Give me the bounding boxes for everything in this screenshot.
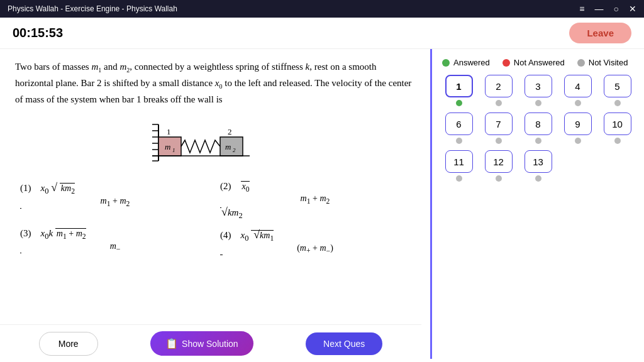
svg-text:2: 2 <box>233 147 236 153</box>
question-btn-8[interactable]: 8 <box>521 112 555 144</box>
option-3-num: (3) <box>20 228 31 238</box>
svg-text:1: 1 <box>172 147 175 153</box>
question-btn-9[interactable]: 9 <box>561 112 594 144</box>
q-num-2[interactable]: 2 <box>485 75 513 97</box>
option-3[interactable]: (3) x0k m1 + m2 m− <box>15 226 215 268</box>
q-num-8[interactable]: 8 <box>525 112 552 135</box>
bottom-bar: More 📋 Show Solution Next Ques <box>0 324 421 362</box>
svg-text:2: 2 <box>228 127 232 136</box>
svg-rect-11 <box>220 137 243 156</box>
q-dot-5 <box>614 100 621 106</box>
q-num-4[interactable]: 4 <box>564 75 592 97</box>
titlebar: Physics Wallah - Exercise Engine - Physi… <box>0 0 644 18</box>
question-grid: 1 2 3 4 5 <box>442 75 634 182</box>
option-4-num: (4) <box>220 230 231 240</box>
options-row-2: (3) x0k m1 + m2 m− (4) x0 √km1 (m+ + m−) <box>15 226 415 268</box>
q-dot-10 <box>614 138 621 144</box>
question-text: Two bars of masses m1 and m2, connected … <box>15 59 415 107</box>
q-dot-8 <box>535 138 541 144</box>
option-2[interactable]: (2) x0 m1 + m2 √km2 <box>215 178 415 223</box>
solution-icon: 📋 <box>165 337 178 349</box>
q-num-13[interactable]: 13 <box>525 150 552 173</box>
menu-icon[interactable]: ≡ <box>579 4 584 14</box>
close-icon[interactable]: ✕ <box>629 4 636 14</box>
q-dot-3 <box>535 100 541 106</box>
minimize-icon[interactable]: — <box>595 4 604 14</box>
window-controls[interactable]: ≡ — ○ ✕ <box>579 4 636 14</box>
spring-diagram: m 1 m 2 1 2 <box>146 118 284 168</box>
show-solution-label: Show Solution <box>182 339 238 349</box>
leave-button[interactable]: Leave <box>569 23 631 43</box>
legend-not-visited: Not Visited <box>577 58 628 67</box>
diagram: m 1 m 2 1 2 <box>15 118 415 168</box>
options-area: (1) x0 √ km2 m1 + m2 (2) x0 m1 + m2 <box>15 178 415 270</box>
question-btn-10[interactable]: 10 <box>601 112 634 144</box>
sidebar: Answered Not Answered Not Visited 1 2 <box>430 49 644 359</box>
timer-display: 00:15:53 <box>13 26 63 40</box>
question-btn-6[interactable]: 6 <box>442 112 475 144</box>
q-num-3[interactable]: 3 <box>525 75 552 97</box>
legend-not-answered: Not Answered <box>502 58 565 67</box>
option-2-num: (2) <box>220 181 231 191</box>
option-4[interactable]: (4) x0 √km1 (m+ + m−) <box>215 226 415 268</box>
not-visited-label: Not Visited <box>589 58 628 67</box>
not-answered-label: Not Answered <box>514 58 565 67</box>
q-num-5[interactable]: 5 <box>604 75 631 97</box>
q-num-9[interactable]: 9 <box>564 112 592 135</box>
question-area: Two bars of masses m1 and m2, connected … <box>0 49 430 359</box>
q-num-6[interactable]: 6 <box>445 112 473 135</box>
question-btn-5[interactable]: 5 <box>601 75 634 106</box>
app-title: Physics Wallah - Exercise Engine - Physi… <box>8 4 177 13</box>
not-answered-dot <box>502 59 510 67</box>
q-num-1[interactable]: 1 <box>445 75 473 97</box>
main-layout: Two bars of masses m1 and m2, connected … <box>0 49 644 359</box>
question-btn-7[interactable]: 7 <box>482 112 515 144</box>
option-1[interactable]: (1) x0 √ km2 m1 + m2 <box>15 178 215 223</box>
question-btn-12[interactable]: 12 <box>482 150 515 182</box>
svg-text:m: m <box>225 142 231 151</box>
restore-icon[interactable]: ○ <box>614 4 619 14</box>
q-num-10[interactable]: 10 <box>604 112 631 135</box>
q-num-12[interactable]: 12 <box>485 150 513 173</box>
question-btn-2[interactable]: 2 <box>482 75 515 106</box>
q-dot-12 <box>496 175 502 182</box>
q-dot-4 <box>575 100 581 106</box>
answered-label: Answered <box>453 58 490 67</box>
not-visited-dot <box>577 59 585 67</box>
q-dot-13 <box>535 175 541 182</box>
question-btn-13[interactable]: 13 <box>521 150 555 182</box>
topbar: 00:15:53 Leave <box>0 18 644 49</box>
q-dot-2 <box>496 100 502 106</box>
question-btn-3[interactable]: 3 <box>521 75 555 106</box>
show-solution-button[interactable]: 📋 Show Solution <box>150 331 253 356</box>
legend: Answered Not Answered Not Visited <box>442 58 634 67</box>
next-question-button[interactable]: Next Ques <box>306 332 382 355</box>
q-num-7[interactable]: 7 <box>485 112 513 135</box>
option-1-num: (1) <box>20 183 31 193</box>
svg-text:m: m <box>165 142 170 151</box>
options-row-1: (1) x0 √ km2 m1 + m2 (2) x0 m1 + m2 <box>15 178 415 223</box>
question-btn-4[interactable]: 4 <box>561 75 594 106</box>
q-dot-7 <box>496 138 502 144</box>
q-dot-9 <box>575 138 581 144</box>
question-btn-11[interactable]: 11 <box>442 150 475 182</box>
more-button[interactable]: More <box>39 332 98 356</box>
q-dot-1 <box>456 100 462 106</box>
svg-text:1: 1 <box>167 127 171 136</box>
question-btn-1[interactable]: 1 <box>442 75 475 106</box>
q-num-11[interactable]: 11 <box>445 150 473 173</box>
q-dot-11 <box>456 175 462 182</box>
q-dot-6 <box>456 138 462 144</box>
legend-answered: Answered <box>442 58 490 67</box>
answered-dot <box>442 59 450 67</box>
